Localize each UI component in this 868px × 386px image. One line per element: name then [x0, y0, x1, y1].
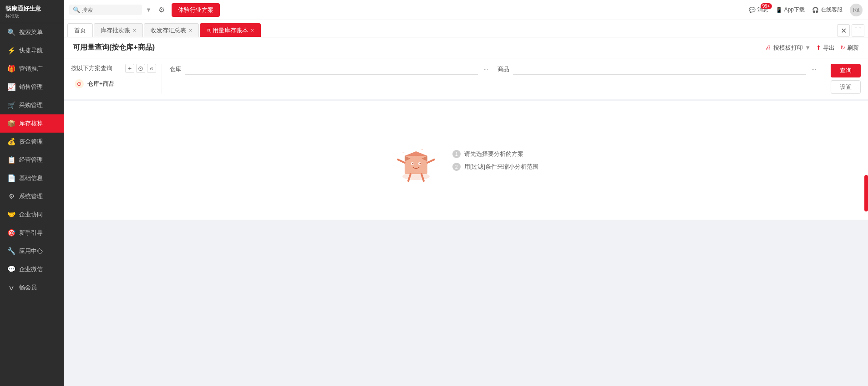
scheme-setting-btn[interactable]: ⊙ — [136, 64, 145, 73]
export-icon: ⬆ — [816, 44, 821, 51]
tab-recv-summary[interactable]: 收发存汇总表 × — [144, 23, 199, 37]
empty-state: ~ ~ 1 请先选择要分析的方案 2 用[过滤]条件来缩小分析范围 — [64, 101, 868, 220]
sidebar-item-system[interactable]: ⚙ 系统管理 — [0, 187, 64, 206]
scheme-add-btn[interactable]: + — [125, 64, 134, 73]
message-icon: 💬 — [749, 7, 756, 13]
warehouse-input[interactable] — [185, 64, 478, 75]
query-button[interactable]: 查询 — [831, 64, 861, 77]
sidebar-icon-wechat: 💬 — [7, 265, 15, 273]
sidebar-item-wechat[interactable]: 💬 企业微信 — [0, 260, 64, 278]
sidebar-label-member: 畅会员 — [19, 283, 37, 292]
empty-tip-1: 1 请先选择要分析的方案 — [452, 150, 538, 158]
tab-recv-summary-close[interactable]: × — [189, 27, 192, 34]
setting-button[interactable]: 设置 — [831, 80, 861, 94]
sidebar-icon-inventory: 📦 — [7, 119, 15, 128]
tab-recv-summary-label: 收发存汇总表 — [151, 26, 186, 35]
main-area: 🔍 ▼ ⚙ 体验行业方案 💬 消息 99+ 📱 App下载 🎧 在线客服 Rit — [64, 0, 868, 386]
sidebar-icon-newbie: 🎯 — [7, 229, 15, 237]
sidebar-item-shortcut[interactable]: ⚡ 快捷导航 — [0, 41, 64, 60]
svg-line-9 — [398, 160, 405, 163]
tip-text-1: 请先选择要分析的方案 — [464, 150, 523, 158]
scheme-item-icon: ⊙ — [75, 79, 84, 88]
warehouse-more-btn[interactable]: ··· — [482, 64, 490, 74]
tabs-bar: 首页 库存批次账 × 收发存汇总表 × 可用量库存账本 × ✕ ⛶ — [64, 20, 868, 37]
refresh-action[interactable]: ↻ 刷新 — [840, 44, 859, 52]
sidebar-icon-basic: 📄 — [7, 174, 15, 182]
scheme-collapse-btn[interactable]: « — [147, 64, 156, 73]
user-avatar[interactable]: Rit — [850, 4, 863, 16]
sidebar-item-finance[interactable]: 💰 资金管理 — [0, 133, 64, 151]
sidebar-item-newbie[interactable]: 🎯 新手引导 — [0, 224, 64, 242]
product-more-btn[interactable]: ··· — [810, 64, 818, 74]
sidebar-label-enterprise: 企业协同 — [19, 211, 43, 219]
filter-product: 商品 ··· — [497, 64, 818, 75]
online-service-btn[interactable]: 🎧 在线客服 — [812, 6, 843, 14]
tip-text-2: 用[过滤]条件来缩小分析范围 — [464, 163, 538, 171]
page-title: 可用量查询(按仓库+商品) — [73, 43, 155, 52]
message-btn[interactable]: 💬 消息 99+ — [749, 6, 768, 14]
tab-batch-account-close[interactable]: × — [133, 27, 136, 34]
sidebar-item-inventory[interactable]: 📦 库存核算 — [0, 114, 64, 133]
sidebar-icon-appcenter: 🔧 — [7, 247, 15, 255]
tab-batch-account[interactable]: 库存批次账 × — [94, 23, 143, 37]
sidebar-item-operation[interactable]: 📋 经营管理 — [0, 151, 64, 169]
tab-available-ledger-label: 可用量库存账本 — [207, 26, 248, 35]
sidebar-item-purchase[interactable]: 🛒 采购管理 — [0, 96, 64, 114]
tab-close-btn[interactable]: ✕ — [837, 24, 850, 37]
scheme-item-warehouse-product[interactable]: ⊙ 仓库+商品 — [71, 77, 156, 91]
sidebar-item-basic[interactable]: 📄 基础信息 — [0, 169, 64, 187]
warehouse-label: 仓库 — [169, 65, 181, 73]
sidebar-scroll: 🔍 搜索菜单 ⚡ 快捷导航 🎁 营销推广 📈 销售管理 🛒 采购管理 📦 库存核… — [0, 23, 64, 386]
refresh-icon: ↻ — [840, 44, 845, 51]
sidebar-label-appcenter: 应用中心 — [19, 247, 43, 255]
tip-num-2: 2 — [452, 163, 461, 171]
sidebar-item-marketing[interactable]: 🎁 营销推广 — [0, 60, 64, 78]
tab-available-ledger-close[interactable]: × — [251, 27, 254, 34]
tab-available-ledger[interactable]: 可用量库存账本 × — [200, 23, 261, 37]
tab-home[interactable]: 首页 — [67, 23, 93, 37]
industry-btn[interactable]: 体验行业方案 — [172, 3, 220, 17]
dropdown-icon[interactable]: ▼ — [146, 6, 152, 13]
svg-point-7 — [412, 163, 413, 165]
sidebar-icon-marketing: 🎁 — [7, 65, 15, 73]
sidebar-label-system: 系统管理 — [19, 192, 43, 201]
gear-icon[interactable]: ⚙ — [155, 4, 168, 16]
action-buttons: 查询 设置 — [825, 64, 861, 94]
page-header: 可用量查询(按仓库+商品) 🖨 按模板打印 ▼ ⬆ 导出 ↻ 刷新 — [64, 37, 868, 58]
headset-icon: 🎧 — [812, 7, 819, 13]
app-download-btn[interactable]: 📱 App下载 — [776, 6, 805, 14]
sidebar: 畅康通好生意 标准版 🔍 搜索菜单 ⚡ 快捷导航 🎁 营销推广 📈 销售管理 🛒… — [0, 0, 64, 386]
sidebar-icon-finance: 💰 — [7, 138, 15, 146]
sidebar-item-appcenter[interactable]: 🔧 应用中心 — [0, 242, 64, 260]
sidebar-icon-search: 🔍 — [7, 28, 15, 36]
message-badge: 99+ — [761, 3, 772, 9]
svg-text:~: ~ — [402, 150, 405, 154]
sidebar-label-inventory: 库存核算 — [19, 119, 43, 128]
sidebar-item-enterprise[interactable]: 🤝 企业协同 — [0, 206, 64, 224]
print-dropdown-icon[interactable]: ▼ — [805, 44, 811, 51]
search-box[interactable]: 🔍 — [69, 5, 142, 15]
search-icon: 🔍 — [73, 6, 80, 13]
search-input[interactable] — [82, 7, 137, 13]
sidebar-icon-enterprise: 🤝 — [7, 211, 15, 219]
tab-home-label: 首页 — [74, 26, 86, 35]
scheme-panel: 按以下方案查询 + ⊙ « ⊙ 仓库+商品 — [71, 64, 162, 94]
sidebar-label-finance: 资金管理 — [19, 138, 43, 146]
sidebar-item-member[interactable]: V 畅会员 — [0, 278, 64, 297]
sidebar-item-search[interactable]: 🔍 搜索菜单 — [0, 23, 64, 41]
sidebar-icon-sales: 📈 — [7, 83, 15, 91]
product-input[interactable] — [513, 64, 806, 75]
filter-area: 仓库 ··· 商品 ··· — [162, 64, 825, 94]
export-action[interactable]: ⬆ 导出 — [816, 44, 835, 52]
topbar-right: 💬 消息 99+ 📱 App下载 🎧 在线客服 Rit — [749, 4, 863, 16]
print-action[interactable]: 🖨 按模板打印 ▼ — [766, 44, 811, 52]
sidebar-label-shortcut: 快捷导航 — [19, 46, 43, 55]
sidebar-label-basic: 基础信息 — [19, 174, 43, 182]
svg-point-8 — [419, 163, 421, 165]
sidebar-label-operation: 经营管理 — [19, 156, 43, 164]
app-download-label: App下载 — [784, 6, 805, 14]
filter-row: 仓库 ··· 商品 ··· — [169, 64, 818, 75]
page-header-actions: 🖨 按模板打印 ▼ ⬆ 导出 ↻ 刷新 — [766, 44, 859, 52]
sidebar-item-sales[interactable]: 📈 销售管理 — [0, 78, 64, 96]
tab-expand-btn[interactable]: ⛶ — [852, 24, 864, 37]
